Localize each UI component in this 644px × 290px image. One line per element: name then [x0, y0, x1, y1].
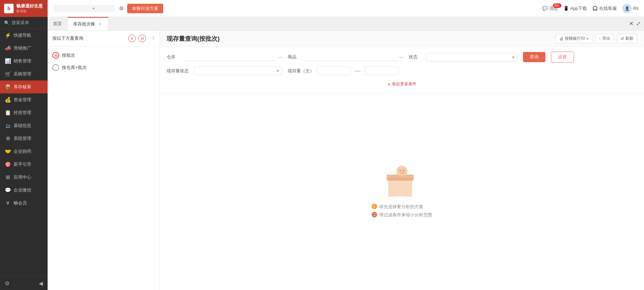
header-search-input[interactable]: [56, 6, 90, 11]
trial-button[interactable]: 体验行业方案: [127, 4, 163, 13]
header-gear-icon[interactable]: ⚙: [119, 5, 124, 12]
header-search-bar[interactable]: ▾: [53, 5, 114, 12]
sidebar-item-label: 应用中心: [14, 174, 31, 180]
settings-action-button[interactable]: 设置: [551, 52, 574, 62]
sidebar-search[interactable]: 🔍 搜索菜单: [0, 17, 48, 29]
tab-bar-expand-icon[interactable]: ⤢: [636, 20, 641, 27]
print-btn-label: 按模板打印: [565, 36, 585, 41]
message-icon: 💬: [542, 6, 548, 11]
operations-icon: 📋: [5, 110, 11, 116]
sidebar-item-sales[interactable]: 📊 销售管理: [0, 55, 48, 68]
scheme-settings-button[interactable]: ⊙: [138, 35, 146, 42]
empty-icon: [382, 164, 422, 198]
settings-bottom-icon[interactable]: ⚙: [5, 280, 10, 287]
status-dropdown[interactable]: ▾: [426, 53, 518, 61]
warehouse-more-button[interactable]: ···: [278, 54, 282, 60]
export-btn-label: 导出: [602, 36, 610, 41]
filter-area: 仓库 ··· 商品 ··· 状态 ▾: [160, 47, 644, 94]
basics-icon: 🗂: [5, 123, 11, 129]
product-filter-label: 商品: [288, 54, 305, 60]
printer-icon: 🖨: [559, 36, 563, 41]
svg-point-3: [400, 170, 401, 171]
stock-status-label: 现存量状态: [167, 68, 194, 74]
app-download-item[interactable]: 📱 App下载: [563, 5, 587, 12]
empty-hint-list: 1 请先选择要分析的方案 2 用过滤条件来缩小分析范围: [372, 204, 432, 220]
left-panel: 按以下方案查询 + ⊙ 《 ⊙ 按批次 ○ 按仓库+批次: [48, 31, 160, 290]
scheme-by-warehouse-batch[interactable]: ○ 按仓库+批次: [48, 61, 159, 74]
sidebar-item-app-center[interactable]: ⊞ 应用中心: [0, 171, 48, 184]
sidebar-item-label: 新手引导: [14, 161, 31, 167]
user-avatar-item[interactable]: 👤 Rit: [622, 4, 639, 13]
tab-home[interactable]: 首页: [48, 17, 68, 30]
sidebar-bottom: ⚙ ◀: [0, 276, 48, 290]
stock-status-field: 现存量状态 ▾: [167, 67, 282, 75]
scheme-list: ⊙ 按批次 ○ 按仓库+批次: [48, 47, 159, 76]
left-panel-title: 按以下方案查询: [52, 35, 83, 41]
sidebar-item-quick-nav[interactable]: ⚡ 快捷导航: [0, 29, 48, 42]
export-icon: ↑: [599, 36, 601, 41]
empty-hint-2-text: 用过滤条件来缩小分析范围: [379, 212, 432, 218]
sidebar-item-basics[interactable]: 🗂 基础信息: [0, 119, 48, 132]
collapse-sidebar-icon[interactable]: ◀: [39, 280, 43, 287]
avatar-placeholder: 👤: [625, 6, 630, 11]
scheme-by-batch[interactable]: ⊙ 按批次: [48, 49, 159, 61]
sidebar-item-label: 基础信息: [14, 123, 31, 129]
sidebar-item-label: 系统管理: [14, 135, 31, 142]
sidebar-item-member[interactable]: V 畅会员: [0, 197, 48, 210]
stock-qty-separator: —: [353, 68, 362, 74]
sidebar-item-enterprise-collab[interactable]: 🤝 企业协同: [0, 145, 48, 158]
svg-point-4: [403, 170, 404, 171]
left-panel-actions: + ⊙ 《: [128, 35, 155, 42]
sidebar-item-inventory[interactable]: 📦 库存核算: [0, 80, 48, 93]
stock-status-dropdown[interactable]: ▾: [194, 67, 282, 75]
sidebar-item-operations[interactable]: 📋 经营管理: [0, 106, 48, 119]
search-icon: 🔍: [4, 20, 10, 25]
app-name: 畅康通好生意: [16, 3, 43, 9]
warehouse-filter-label: 仓库: [167, 54, 184, 60]
sidebar-item-label: 快捷导航: [14, 32, 31, 38]
sidebar-item-enterprise-wechat[interactable]: 💬 企业微信: [0, 184, 48, 197]
online-support-item[interactable]: 🎧 在线客服: [592, 5, 617, 12]
sidebar-item-new-guide[interactable]: 🎯 新手引导: [0, 158, 48, 171]
stock-qty-min-input[interactable]: [317, 67, 351, 75]
stock-qty-field: 现存量（主） —: [288, 67, 403, 75]
tab-close-button[interactable]: ×: [97, 21, 103, 27]
online-support-label: 在线客服: [599, 5, 617, 12]
message-item[interactable]: 💬 消息 99+: [542, 5, 558, 12]
sidebar-item-marketing[interactable]: 📣 营销推广: [0, 42, 48, 55]
header-search-arrow[interactable]: ▾: [92, 6, 95, 11]
stock-qty-max-input[interactable]: [365, 67, 399, 75]
collab-icon: 🤝: [5, 148, 11, 155]
guide-icon: 🎯: [5, 161, 11, 167]
purchase-icon: 🛒: [5, 71, 11, 77]
warehouse-filter-field: 仓库 ···: [167, 53, 282, 61]
status-filter-field: 状态 ▾: [409, 53, 518, 61]
left-panel-header: 按以下方案查询 + ⊙ 《: [48, 31, 159, 47]
warehouse-filter-input[interactable]: [184, 53, 277, 61]
sidebar-item-finance[interactable]: 💰 资金管理: [0, 93, 48, 106]
empty-hint-2: 2 用过滤条件来缩小分析范围: [372, 212, 432, 218]
tab-inventory-batch[interactable]: 库存批次账 ×: [68, 17, 108, 30]
print-template-button[interactable]: 🖨 按模板打印 ▾: [556, 34, 592, 43]
add-scheme-button[interactable]: +: [128, 35, 136, 42]
scheme-label: 按仓库+批次: [62, 65, 87, 71]
product-more-button[interactable]: ···: [399, 54, 403, 60]
export-button[interactable]: ↑ 导出: [595, 34, 614, 43]
print-dropdown-arrow: ▾: [587, 36, 589, 41]
sidebar-item-label: 销售管理: [14, 58, 31, 64]
sidebar-item-purchase[interactable]: 🛒 采购管理: [0, 68, 48, 80]
product-filter-input[interactable]: [305, 53, 398, 61]
collapse-panel-button[interactable]: 《: [150, 35, 155, 41]
step1-badge: 1: [372, 204, 377, 209]
sidebar-item-label: 库存核算: [14, 84, 31, 90]
collapse-more-conditions[interactable]: ∧ 收起更多条件: [167, 79, 637, 89]
filter-row-2: 现存量状态 ▾ 现存量（主） —: [167, 67, 637, 75]
sidebar-item-system[interactable]: ⚙ 系统管理: [0, 132, 48, 145]
query-button[interactable]: 查询: [523, 52, 545, 62]
app-title-wrap: 畅康通好生意 标准版: [16, 3, 43, 14]
refresh-button[interactable]: ↺ 刷新: [617, 34, 637, 43]
sidebar-item-label: 畅会员: [14, 200, 27, 206]
app-center-icon: ⊞: [5, 174, 11, 180]
tab-bar-close-icon[interactable]: ✕: [629, 20, 633, 27]
marketing-icon: 📣: [5, 45, 11, 51]
